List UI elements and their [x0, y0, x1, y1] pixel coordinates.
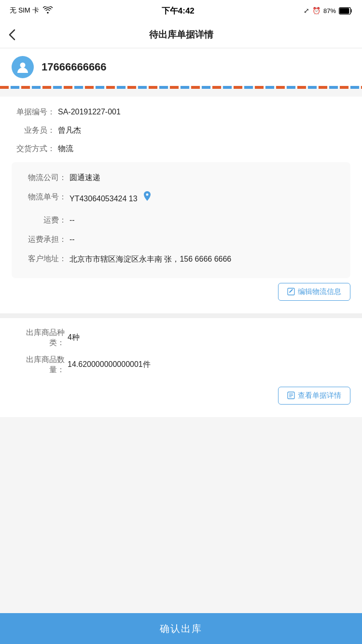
view-details-button[interactable]: 查看单据详情: [278, 387, 350, 405]
salesman-value: 曾凡杰: [58, 125, 350, 136]
page-title: 待出库单据详情: [149, 28, 213, 41]
battery-percent: 87%: [323, 7, 336, 14]
order-number-value: SA-20191227-001: [58, 106, 350, 118]
address-label: 客户地址：: [23, 253, 67, 265]
product-quantity-row: 出库商品数量： 14.620000000000001件: [12, 355, 350, 375]
product-type-label: 出库商品种类：: [12, 328, 65, 348]
nav-bar: 待出库单据详情: [0, 21, 362, 48]
edit-logistics-button[interactable]: 编辑物流信息: [278, 283, 350, 301]
tracking-number-value: YT43064053424 13: [70, 191, 339, 207]
tracking-number-label: 物流单号：: [23, 191, 67, 203]
svg-rect-1: [339, 8, 349, 14]
sim-label: 无 SIM 卡: [10, 6, 39, 15]
battery-icon: [339, 7, 352, 14]
salesman-label: 业务员：: [12, 125, 55, 136]
order-number-label: 单据编号：: [12, 106, 55, 118]
decorative-divider: [0, 86, 362, 89]
status-bar: 无 SIM 卡 下午4:42 ⤢ ⏰ 87%: [0, 0, 362, 21]
avatar: [12, 56, 34, 78]
address-row: 客户地址： 北京市市辖区海淀区永丰南 张，156 6666 6666: [23, 253, 339, 266]
wifi-icon: [43, 6, 53, 15]
customer-phone: 17666666666: [42, 61, 107, 73]
bottom-spacer: [0, 417, 362, 456]
products-section: 出库商品种类： 4种 出库商品数量： 14.620000000000001件 查…: [0, 318, 362, 417]
product-quantity-label: 出库商品数量：: [12, 355, 65, 375]
tracking-number-row: 物流单号： YT43064053424 13: [23, 191, 339, 207]
logistics-card: 物流公司： 圆通速递 物流单号： YT43064053424 13 运费： --…: [12, 162, 350, 278]
svg-point-2: [20, 63, 26, 68]
address-value: 北京市市辖区海淀区永丰南 张，156 6666 6666: [70, 253, 339, 266]
order-info-section: 单据编号： SA-20191227-001 业务员： 曾凡杰 交货方式： 物流 …: [0, 97, 362, 313]
freight-bear-label: 运费承担：: [23, 234, 67, 245]
back-button[interactable]: [9, 29, 15, 41]
location-status-icon: ⤢: [304, 7, 309, 14]
alarm-icon: ⏰: [312, 7, 320, 14]
confirm-button[interactable]: 确认出库: [0, 613, 362, 644]
status-left: 无 SIM 卡: [10, 6, 53, 15]
delivery-label: 交货方式：: [12, 143, 55, 154]
freight-label: 运费：: [23, 214, 67, 226]
status-right: ⤢ ⏰ 87%: [304, 7, 352, 14]
product-type-value: 4种: [68, 333, 350, 343]
freight-row: 运费： --: [23, 214, 339, 226]
product-quantity-value: 14.620000000000001件: [68, 360, 350, 370]
status-time: 下午4:42: [162, 5, 195, 16]
salesman-row: 业务员： 曾凡杰: [12, 125, 350, 136]
tracking-location-icon[interactable]: [142, 191, 152, 207]
confirm-button-label: 确认出库: [160, 622, 202, 635]
logistics-company-row: 物流公司： 圆通速递: [23, 172, 339, 183]
freight-value: --: [70, 214, 339, 226]
logistics-company-label: 物流公司：: [23, 172, 67, 183]
order-number-row: 单据编号： SA-20191227-001: [12, 106, 350, 118]
delivery-row: 交货方式： 物流: [12, 143, 350, 154]
delivery-value: 物流: [58, 143, 350, 154]
section-separator: [0, 313, 362, 318]
freight-bear-value: --: [70, 234, 339, 245]
product-type-row: 出库商品种类： 4种: [12, 328, 350, 348]
edit-logistics-container: 编辑物流信息: [12, 278, 350, 304]
customer-header: 17666666666: [0, 48, 362, 86]
freight-bear-row: 运费承担： --: [23, 234, 339, 245]
view-details-container: 查看单据详情: [12, 382, 350, 407]
logistics-company-value: 圆通速递: [70, 172, 339, 183]
